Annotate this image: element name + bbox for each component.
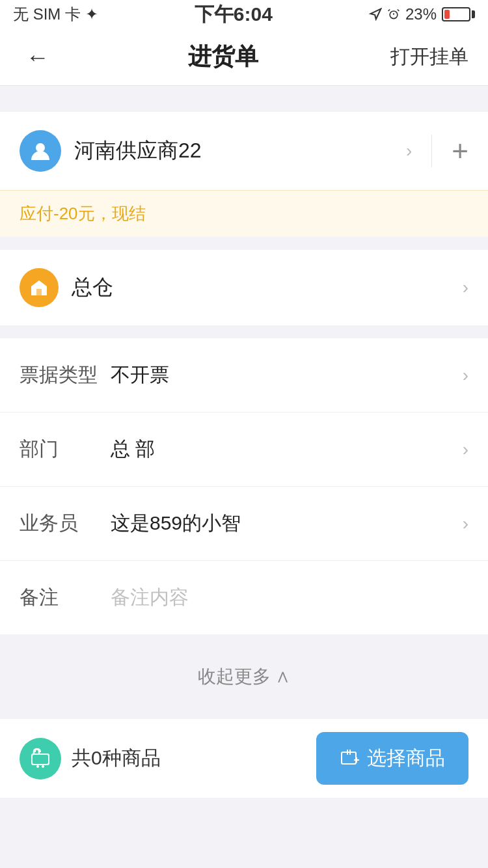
battery-indicator bbox=[442, 7, 475, 21]
salesperson-row[interactable]: 业务员 这是859的小智 › bbox=[0, 487, 488, 561]
svg-point-8 bbox=[42, 765, 44, 768]
alarm-icon bbox=[387, 8, 400, 21]
form-section: 票据类型 不开票 › 部门 总 部 › 业务员 这是859的小智 › 备注 备注… bbox=[0, 338, 488, 634]
select-goods-icon bbox=[340, 748, 360, 769]
supplier-section: 河南供应商22 › + 应付-20元，现结 bbox=[0, 112, 488, 237]
status-bar: 无 SIM 卡 ✦ 下午6:04 23% bbox=[0, 0, 488, 29]
remark-label: 备注 bbox=[20, 584, 111, 611]
goods-count-area: 共0种商品 bbox=[20, 738, 161, 780]
invoice-type-row[interactable]: 票据类型 不开票 › bbox=[0, 338, 488, 413]
svg-point-7 bbox=[36, 765, 39, 768]
nav-bar: ← 进货单 打开挂单 bbox=[0, 29, 488, 86]
person-icon bbox=[29, 139, 52, 163]
select-goods-label: 选择商品 bbox=[367, 745, 445, 772]
status-right: 23% bbox=[369, 5, 475, 23]
department-value: 总 部 bbox=[111, 436, 463, 463]
bottom-bar: 共0种商品 选择商品 bbox=[0, 719, 488, 798]
warehouse-row[interactable]: 总仓 › bbox=[0, 250, 488, 325]
salesperson-arrow-icon: › bbox=[463, 513, 468, 534]
salesperson-value: 这是859的小智 bbox=[111, 510, 463, 537]
supplier-row[interactable]: 河南供应商22 › + bbox=[0, 112, 488, 190]
department-row[interactable]: 部门 总 部 › bbox=[0, 413, 488, 487]
separator-1 bbox=[0, 86, 488, 99]
nav-title: 进货单 bbox=[188, 41, 258, 73]
warehouse-icon-circle bbox=[20, 268, 59, 307]
supplier-divider bbox=[431, 135, 432, 167]
supplier-avatar bbox=[20, 130, 61, 172]
svg-point-3 bbox=[36, 143, 45, 152]
svg-rect-10 bbox=[342, 752, 356, 764]
sim-text: 无 SIM 卡 ✦ bbox=[13, 4, 98, 25]
goods-count-text: 共0种商品 bbox=[72, 745, 161, 772]
cart-icon bbox=[29, 747, 52, 770]
supplier-name: 河南供应商22 bbox=[74, 137, 406, 165]
warehouse-arrow-icon: › bbox=[463, 277, 468, 298]
invoice-type-label: 票据类型 bbox=[20, 362, 111, 388]
select-goods-button[interactable]: 选择商品 bbox=[316, 732, 468, 785]
remark-row[interactable]: 备注 备注内容 bbox=[0, 561, 488, 634]
status-left: 无 SIM 卡 ✦ bbox=[13, 4, 98, 25]
department-label: 部门 bbox=[20, 436, 111, 463]
collapse-row[interactable]: 收起更多 ∧ bbox=[0, 647, 488, 706]
add-supplier-button[interactable]: + bbox=[452, 137, 468, 165]
department-arrow-icon: › bbox=[463, 439, 468, 460]
goods-icon-circle bbox=[20, 738, 61, 780]
battery-text: 23% bbox=[405, 5, 437, 23]
invoice-type-arrow-icon: › bbox=[463, 365, 468, 386]
status-time: 下午6:04 bbox=[195, 1, 273, 28]
svg-marker-0 bbox=[370, 9, 381, 20]
supplier-arrow-icon: › bbox=[406, 141, 412, 161]
warehouse-icon bbox=[29, 277, 49, 298]
notice-bar: 应付-20元，现结 bbox=[0, 190, 488, 237]
svg-rect-9 bbox=[33, 755, 48, 764]
remark-input[interactable]: 备注内容 bbox=[111, 584, 468, 611]
location-icon bbox=[369, 8, 382, 21]
open-pending-button[interactable]: 打开挂单 bbox=[390, 44, 468, 70]
back-button[interactable]: ← bbox=[20, 37, 56, 77]
svg-rect-5 bbox=[36, 289, 42, 295]
salesperson-label: 业务员 bbox=[20, 510, 111, 537]
invoice-type-value: 不开票 bbox=[111, 362, 463, 388]
warehouse-name: 总仓 bbox=[72, 273, 463, 302]
warehouse-section: 总仓 › bbox=[0, 250, 488, 325]
